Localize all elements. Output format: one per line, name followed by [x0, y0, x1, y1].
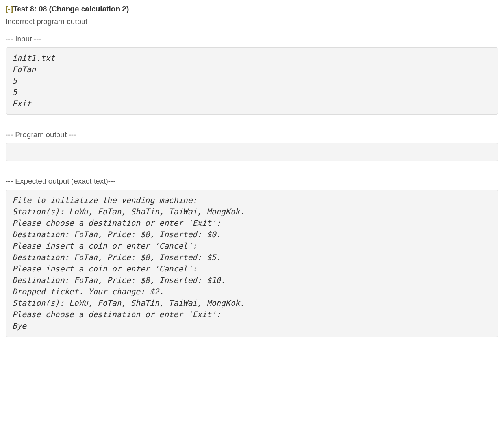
test-status: Incorrect program output: [6, 17, 498, 26]
input-content: init1.txt FoTan 5 5 Exit: [6, 47, 498, 115]
expected-output-content: File to initialize the vending machine: …: [6, 190, 498, 337]
test-title: Test 8: 08 (Change calculation 2): [13, 5, 129, 13]
program-output-section-label: --- Program output ---: [6, 130, 498, 139]
test-header: [-]Test 8: 08 (Change calculation 2): [6, 5, 498, 13]
input-section-label: --- Input ---: [6, 35, 498, 43]
program-output-content: [6, 143, 498, 161]
collapse-toggle[interactable]: [-]: [6, 5, 13, 13]
expected-output-section-label: --- Expected output (exact text)---: [6, 177, 498, 186]
